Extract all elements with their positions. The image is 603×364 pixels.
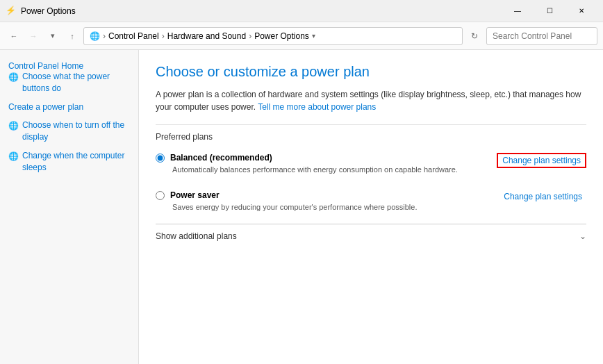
sidebar-link-create-plan[interactable]: Create a power plan: [8, 101, 130, 113]
sidebar-home-link[interactable]: Control Panel Home: [8, 61, 83, 71]
preferred-plans-section: Preferred plans Balanced (recommended) A…: [156, 124, 586, 215]
sidebar-link-computer-sleeps[interactable]: 🌐 Change when the computer sleeps: [8, 150, 130, 174]
power-saver-change-plan-link[interactable]: Change plan settings: [499, 190, 586, 203]
power-saver-plan-name: Power saver: [170, 190, 220, 200]
power-saver-plan-label: Power saver: [156, 190, 499, 200]
back-button[interactable]: ←: [6, 28, 22, 44]
up-button[interactable]: ↑: [64, 28, 81, 44]
window-controls: — ☐ ✕: [502, 0, 597, 22]
breadcrumb-dropdown[interactable]: ▾: [312, 32, 315, 40]
balanced-plan-row: Balanced (recommended) Automatically bal…: [156, 149, 586, 178]
page-title: Choose or customize a power plan: [156, 64, 586, 80]
power-saver-radio[interactable]: [156, 191, 165, 200]
dropdown-button[interactable]: ▾: [44, 28, 61, 44]
globe-icon-2: 🌐: [8, 120, 19, 131]
balanced-plan-name: Balanced (recommended): [170, 153, 272, 163]
refresh-button[interactable]: ↻: [465, 27, 484, 45]
show-additional-plans[interactable]: Show additional plans ⌄: [156, 224, 586, 241]
power-saver-plan-row: Power saver Saves energy by reducing you…: [156, 186, 586, 215]
power-saver-plan-desc: Saves energy by reducing your computer's…: [172, 203, 499, 211]
breadcrumb-control-panel[interactable]: Control Panel: [108, 31, 159, 41]
balanced-plan-label: Balanced (recommended): [156, 153, 497, 163]
forward-button[interactable]: →: [25, 28, 42, 44]
globe-icon-3: 🌐: [8, 151, 19, 162]
close-button[interactable]: ✕: [565, 0, 597, 22]
window-title: Power Options: [21, 6, 502, 16]
preferred-plans-label: Preferred plans: [156, 132, 586, 142]
show-additional-label: Show additional plans: [156, 231, 579, 241]
breadcrumb-icon: 🌐: [90, 31, 100, 41]
learn-more-link[interactable]: Tell me more about power plans: [258, 102, 376, 112]
title-bar: ⚡ Power Options — ☐ ✕: [0, 0, 603, 22]
breadcrumb-hardware-sound[interactable]: Hardware and Sound: [167, 31, 246, 41]
page-description: A power plan is a collection of hardware…: [156, 88, 586, 113]
content-area: Choose or customize a power plan A power…: [139, 50, 603, 364]
main-layout: Control Panel Home 🌐 Choose what the pow…: [0, 50, 603, 364]
app-icon: ⚡: [6, 6, 17, 17]
address-path[interactable]: 🌐 › Control Panel › Hardware and Sound ›…: [83, 27, 463, 45]
chevron-down-icon: ⌄: [579, 231, 586, 241]
power-saver-plan-radio-area: Power saver Saves energy by reducing you…: [156, 190, 499, 211]
balanced-change-plan-link[interactable]: Change plan settings: [497, 153, 586, 168]
search-input[interactable]: [486, 27, 597, 45]
balanced-plan-desc: Automatically balances performance with …: [172, 165, 497, 174]
sidebar: Control Panel Home 🌐 Choose what the pow…: [0, 50, 139, 364]
sidebar-link-power-buttons[interactable]: 🌐 Choose what the power buttons do: [8, 71, 130, 94]
breadcrumb-power-options[interactable]: Power Options: [254, 31, 309, 41]
minimize-button[interactable]: —: [502, 0, 534, 22]
balanced-plan-radio-area: Balanced (recommended) Automatically bal…: [156, 153, 497, 174]
balanced-radio[interactable]: [156, 154, 165, 163]
globe-icon-1: 🌐: [8, 72, 19, 83]
maximize-button[interactable]: ☐: [534, 0, 565, 22]
sidebar-link-turn-off-display[interactable]: 🌐 Choose when to turn off the display: [8, 119, 130, 143]
address-bar: ← → ▾ ↑ 🌐 › Control Panel › Hardware and…: [0, 22, 603, 50]
